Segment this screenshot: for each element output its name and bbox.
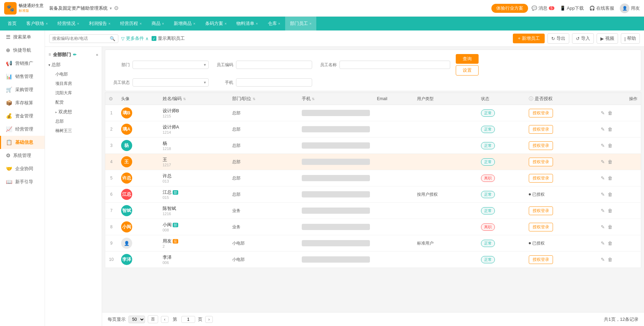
edit-button[interactable]: ✎ — [601, 126, 605, 132]
tree-item-nangshu[interactable]: 楠树王三 — [48, 126, 102, 135]
sidebar-item-search[interactable]: ☰ 搜索菜单 — [0, 30, 45, 44]
system-arrow-icon[interactable]: ▾ — [110, 6, 112, 11]
app-download-button[interactable]: 📱 App下载 — [560, 5, 584, 11]
delete-button[interactable]: 🗑 — [608, 208, 613, 213]
delete-button[interactable]: 🗑 — [608, 159, 613, 165]
nav-item-employee[interactable]: 部门员工 × — [285, 17, 316, 30]
delete-button[interactable]: 🗑 — [608, 192, 613, 197]
edit-icon[interactable]: ✏ — [73, 52, 76, 57]
delete-button[interactable]: 🗑 — [608, 240, 613, 246]
online-service-button[interactable]: 🎧 在线客服 — [589, 5, 614, 11]
close-icon[interactable]: × — [225, 21, 227, 26]
prev-page-btn[interactable]: ‹ — [161, 316, 169, 323]
sidebar-item-collab[interactable]: 🤝 企业协同 — [0, 162, 45, 175]
nav-item-warehouse[interactable]: 仓库 × — [263, 17, 285, 30]
tree-item-headquarters[interactable]: ▾ 总部 — [45, 60, 102, 70]
delete-button[interactable]: 🗑 — [608, 143, 613, 148]
close-icon[interactable]: × — [256, 21, 258, 26]
col-name[interactable]: 姓名/编码 ⇅ — [159, 93, 229, 105]
sidebar-item-business[interactable]: 📈 经营管理 — [0, 123, 45, 136]
edit-button[interactable]: ✎ — [601, 257, 605, 262]
help-button[interactable]: | 帮助 — [621, 33, 640, 44]
sidebar-item-guide[interactable]: 📖 新手引导 — [0, 175, 45, 188]
close-icon[interactable]: × — [162, 21, 164, 26]
auth-button[interactable]: 授权登录 — [529, 125, 553, 134]
nav-item-profit[interactable]: 利润报告 × — [84, 17, 115, 30]
tree-item-distribution[interactable]: 配货 — [48, 98, 102, 107]
sidebar-item-sales[interactable]: 📊 销售管理 — [0, 70, 45, 83]
export-button[interactable]: ↻ 导出 — [547, 33, 569, 44]
tree-item-shuanghu[interactable]: ▸ 双虎想 — [48, 107, 102, 117]
next-page-btn[interactable]: › — [205, 316, 213, 323]
filter-phone-input[interactable] — [236, 78, 312, 87]
sidebar-item-basic[interactable]: 📋 基础信息 — [0, 136, 45, 149]
edit-button[interactable]: ✎ — [601, 208, 605, 213]
auth-button[interactable]: 授权登录 — [529, 109, 553, 117]
edit-button[interactable]: ✎ — [601, 110, 605, 116]
page-input[interactable] — [181, 316, 195, 323]
user-area[interactable]: 👤 用友 — [620, 3, 640, 13]
delete-button[interactable]: 🗑 — [608, 126, 613, 132]
filter-status-select[interactable] — [133, 78, 209, 87]
edit-button[interactable]: ✎ — [601, 159, 605, 165]
edit-button[interactable]: ✎ — [601, 175, 605, 181]
delete-button[interactable]: 🗑 — [608, 257, 613, 262]
collapse-icon[interactable]: « — [96, 52, 98, 57]
close-icon[interactable]: × — [46, 21, 48, 26]
edit-button[interactable]: ✎ — [601, 143, 605, 148]
filter-dept-select[interactable] — [133, 61, 209, 69]
setting-button[interactable]: 设置 — [456, 65, 479, 76]
close-icon[interactable]: × — [309, 21, 311, 26]
auth-button[interactable]: 授权登录 — [529, 141, 553, 150]
trial-button[interactable]: 体验行业方案 — [491, 4, 528, 13]
import-button[interactable]: ↺ 导入 — [572, 33, 594, 44]
sidebar-item-inventory[interactable]: 📦 库存核算 — [0, 96, 45, 109]
edit-button[interactable]: ✎ — [601, 240, 605, 246]
tree-item-xiaodian[interactable]: 小电部 — [48, 70, 102, 79]
filter-code-input[interactable] — [236, 61, 312, 69]
close-icon[interactable]: × — [77, 21, 79, 26]
auth-button[interactable]: 授权登录 — [529, 206, 553, 215]
auth-button[interactable]: 授权登录 — [529, 174, 553, 183]
sidebar-item-marketing[interactable]: 📢 营销推广 — [0, 57, 45, 70]
nav-item-operation[interactable]: 经营情况 × — [53, 17, 84, 30]
tree-item-project[interactable]: 项目库房 — [48, 79, 102, 88]
more-filter-button[interactable]: ▽ 更多条件 ∧ — [121, 35, 149, 42]
search-button[interactable]: 查询 — [456, 54, 479, 64]
add-employee-button[interactable]: + 新增员工 — [513, 34, 544, 43]
delete-button[interactable]: 🗑 — [608, 224, 613, 230]
nav-item-product[interactable]: 商品 × — [147, 17, 169, 30]
message-button[interactable]: 💬 消息 5 — [532, 5, 554, 11]
delete-button[interactable]: 🗑 — [608, 110, 613, 116]
auth-button[interactable]: 授权登录 — [529, 223, 553, 231]
per-page-select[interactable]: 50 — [128, 316, 145, 323]
nav-item-customer[interactable]: 客户联络 × — [21, 17, 53, 30]
sidebar-item-purchase[interactable]: 🛒 采购管理 — [0, 83, 45, 96]
auth-button[interactable]: 授权登录 — [529, 255, 553, 264]
edit-button[interactable]: ✎ — [601, 192, 605, 197]
close-icon[interactable]: × — [278, 21, 280, 26]
sidebar-item-shortcut[interactable]: ⊕ 快捷导航 — [0, 44, 45, 57]
nav-item-barcode[interactable]: 条码方案 × — [200, 17, 232, 30]
nav-item-add-product[interactable]: 新增商品 × — [169, 17, 200, 30]
tree-item-zongbu[interactable]: 总部 — [48, 117, 102, 126]
gear-icon[interactable]: ⚙ — [114, 5, 119, 11]
close-icon[interactable]: × — [108, 21, 110, 26]
nav-item-history[interactable]: 经营历程 × — [115, 17, 146, 30]
tree-item-shenyang[interactable]: 沈阳大库 — [48, 88, 102, 98]
col-settings-icon[interactable]: ⚙ — [109, 96, 113, 102]
close-icon[interactable]: × — [193, 21, 195, 26]
sidebar-item-finance[interactable]: 💰 资金管理 — [0, 109, 45, 123]
filter-name-input[interactable] — [339, 61, 450, 69]
edit-button[interactable]: ✎ — [601, 224, 605, 230]
nav-item-home[interactable]: 首页 — [3, 17, 21, 30]
close-icon[interactable]: × — [139, 21, 142, 26]
col-dept[interactable]: 部门/职位 ⇅ — [229, 93, 298, 105]
show-resigned-checkbox[interactable]: ✓ 显示离职员工 — [152, 35, 185, 42]
first-page-btn[interactable]: 首 — [148, 315, 158, 323]
sidebar-item-system[interactable]: ⚙ 系统管理 — [0, 149, 45, 162]
col-phone[interactable]: 手机 ⇅ — [298, 93, 373, 105]
auth-button[interactable]: 授权登录 — [529, 158, 553, 166]
nav-item-bom[interactable]: 物料清单 × — [232, 17, 263, 30]
delete-button[interactable]: 🗑 — [608, 175, 613, 181]
